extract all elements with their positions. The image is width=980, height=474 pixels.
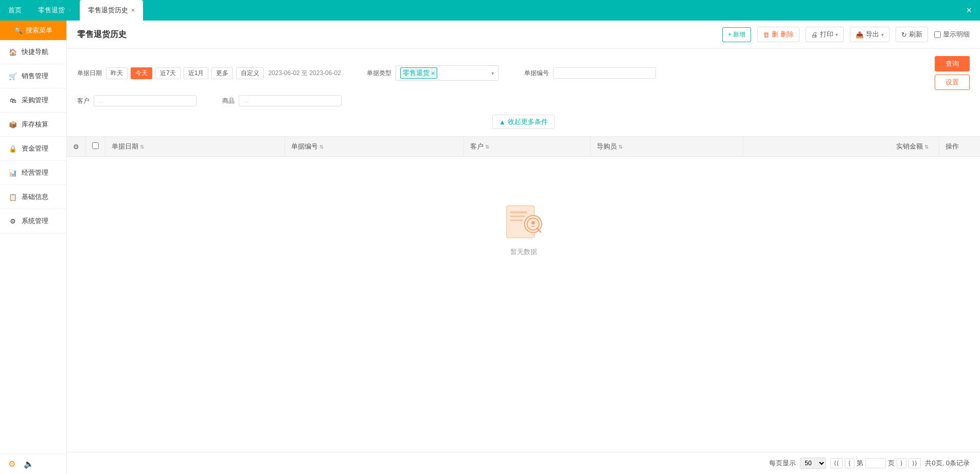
th-customer: 客户 ⇅ (464, 137, 591, 157)
page-input[interactable]: 1 (865, 458, 886, 468)
empty-illustration (498, 198, 549, 239)
page-prev[interactable]: ⟨ (845, 458, 854, 468)
date-7days[interactable]: 近7天 (155, 67, 181, 79)
th-checkbox[interactable] (86, 137, 105, 157)
sort-amount-icon: ⇅ (924, 144, 929, 150)
volume-icon[interactable]: 🔈 (24, 459, 34, 469)
sort-amount[interactable]: 实销金额 ⇅ (750, 142, 928, 151)
filter-area: 单据日期 昨天 今天 近7天 近1月 更多 自定义 2023-06-02 至 2… (67, 49, 980, 137)
goods-label: 商品 (222, 97, 235, 105)
svg-rect-8 (531, 226, 535, 227)
refresh-label: 刷新 (909, 30, 922, 39)
delete-label: 删 删除 (772, 30, 794, 39)
sidebar-item-purchase[interactable]: 🛍 采购管理 (0, 88, 66, 113)
tab-retail-return-label: 零售退货 (38, 6, 65, 15)
sidebar-item-operations[interactable]: 📊 经营管理 (0, 161, 66, 185)
date-range-display: 2023-06-02 至 2023-06-02 (268, 69, 341, 78)
th-settings[interactable]: ⚙ (67, 137, 86, 157)
refresh-button[interactable]: ↻ 刷新 (896, 27, 928, 42)
refresh-icon: ↻ (901, 31, 907, 39)
home-icon: 🏠 (8, 47, 17, 57)
window-close-button[interactable]: × (958, 5, 980, 16)
doc-number-label: 单据编号 (524, 69, 549, 78)
data-table: ⚙ 单据日期 ⇅ 单据编号 (67, 137, 980, 298)
table-settings-icon[interactable]: ⚙ (73, 143, 79, 151)
date-more[interactable]: 更多 (211, 67, 233, 79)
doc-type-label: 单据类型 (367, 69, 391, 78)
sidebar-item-basic-info[interactable]: 📋 基础信息 (0, 185, 66, 209)
tab-retail-return-history-close[interactable]: × (131, 7, 135, 14)
doc-type-select[interactable]: 零售退货 × ▾ (396, 65, 498, 81)
date-yesterday[interactable]: 昨天 (106, 67, 128, 79)
collapse-icon: ▲ (499, 118, 506, 126)
sort-date[interactable]: 单据日期 ⇅ (112, 142, 278, 151)
sort-guide[interactable]: 导购员 ⇅ (597, 142, 737, 151)
date-custom[interactable]: 自定义 (236, 67, 264, 79)
print-arrow-icon: ▾ (835, 32, 838, 38)
sidebar-item-operations-label: 经营管理 (22, 168, 48, 177)
svg-rect-3 (510, 220, 523, 221)
filter-date: 单据日期 昨天 今天 近7天 近1月 更多 自定义 2023-06-02 至 2… (77, 67, 341, 79)
date-1month[interactable]: 近1月 (184, 67, 209, 79)
select-all-checkbox[interactable] (92, 142, 99, 149)
goods-select[interactable]: ... (239, 95, 342, 106)
doc-number-input[interactable] (553, 67, 656, 79)
th-action: 操作 (939, 137, 980, 157)
sidebar-item-system-label: 系统管理 (22, 216, 48, 226)
page-first[interactable]: ⟨⟨ (830, 458, 843, 468)
show-detail-checkbox[interactable]: 显示明细 (934, 30, 970, 39)
info-icon: 📋 (8, 192, 17, 202)
customer-placeholder: ... (98, 97, 103, 104)
top-bar: 首页 零售退货 × 零售退货历史 × × (0, 0, 980, 21)
delete-button[interactable]: 🗑 删 删除 (757, 27, 799, 42)
tab-retail-return[interactable]: 零售退货 × (30, 0, 80, 21)
sidebar-item-inventory[interactable]: 📦 库存核算 (0, 113, 66, 137)
collapse-button[interactable]: ▲ 收起更多条件 (492, 115, 555, 129)
print-button[interactable]: 🖨 打印 ▾ (806, 27, 844, 42)
doc-type-tag-value: 零售退货 (403, 68, 430, 78)
th-action-label: 操作 (946, 142, 959, 150)
sidebar-item-quick-nav[interactable]: 🏠 快捷导航 (0, 40, 66, 64)
export-icon: 📤 (856, 31, 864, 39)
sort-doc-number-icon: ⇅ (319, 144, 324, 150)
settings-icon[interactable]: ⚙ (8, 459, 15, 469)
tab-home[interactable]: 首页 (0, 0, 30, 21)
query-button[interactable]: 查询 (935, 56, 970, 71)
export-button[interactable]: 📤 导出 ▾ (850, 27, 889, 42)
sidebar-item-finance[interactable]: 🔒 资金管理 (0, 137, 66, 161)
date-buttons: 昨天 今天 近7天 近1月 更多 自定义 (106, 67, 264, 79)
date-today[interactable]: 今天 (131, 67, 152, 79)
svg-rect-2 (510, 215, 525, 217)
add-button[interactable]: + 新增 (722, 27, 751, 42)
show-detail-input[interactable] (934, 31, 941, 38)
per-page-select[interactable]: 50 100 200 (800, 458, 826, 469)
filter-doc-number: 单据编号 (524, 67, 656, 79)
sidebar-item-finance-label: 资金管理 (22, 144, 48, 153)
sidebar-item-system[interactable]: ⚙ 系统管理 (0, 209, 66, 233)
sidebar-item-sales[interactable]: 🛒 销售管理 (0, 64, 66, 88)
page-last[interactable]: ⟩⟩ (908, 458, 921, 468)
sidebar-item-quick-nav-label: 快捷导航 (22, 47, 48, 57)
tab-home-label: 首页 (8, 6, 22, 15)
page-next[interactable]: ⟩ (897, 458, 906, 468)
search-icon: 🔍 (14, 27, 23, 34)
filter-goods: 商品 ... (222, 95, 342, 106)
table-body: 暂无数据 (67, 157, 980, 298)
empty-text: 暂无数据 (510, 247, 537, 257)
svg-point-7 (531, 221, 535, 225)
tab-retail-return-close[interactable]: × (68, 7, 72, 14)
sort-customer[interactable]: 客户 ⇅ (470, 142, 584, 151)
svg-rect-1 (510, 211, 527, 213)
set-button[interactable]: 设置 (935, 75, 970, 90)
sort-doc-number[interactable]: 单据编号 ⇅ (291, 142, 458, 151)
doc-type-tag-remove[interactable]: × (431, 69, 435, 77)
show-detail-label: 显示明细 (943, 30, 970, 39)
customer-label: 客户 (77, 97, 90, 105)
customer-select[interactable]: ... (94, 95, 197, 106)
doc-type-tag: 零售退货 × (400, 67, 438, 79)
table-header-row: ⚙ 单据日期 ⇅ 单据编号 (67, 137, 980, 157)
th-amount: 实销金额 ⇅ (743, 137, 939, 157)
filter-row-1: 单据日期 昨天 今天 近7天 近1月 更多 自定义 2023-06-02 至 2… (77, 56, 970, 90)
tab-retail-return-history[interactable]: 零售退货历史 × (80, 0, 143, 21)
sidebar-search[interactable]: 🔍 搜索菜单 (0, 21, 66, 40)
